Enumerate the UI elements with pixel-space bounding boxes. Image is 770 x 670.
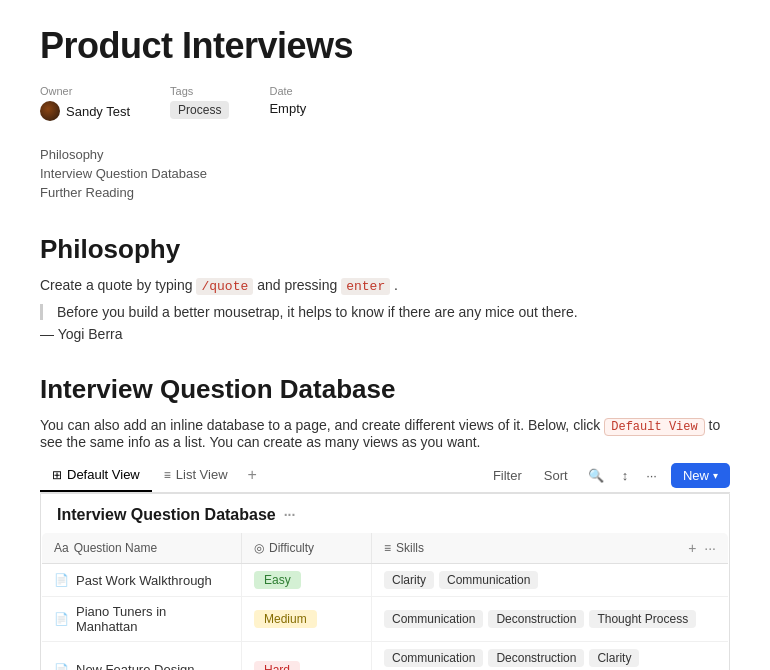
philosophy-intro: Create a quote by typing /quote and pres…	[40, 277, 730, 294]
doc-icon: 📄	[54, 663, 69, 670]
owner-name: Sandy Test	[66, 104, 130, 119]
sort-button[interactable]: Sort	[538, 464, 574, 487]
skill-tag: Deconstruction	[488, 610, 584, 628]
database-heading: Interview Question Database	[40, 374, 730, 405]
skill-tag: Communication	[384, 649, 483, 667]
table-row: 📄 Past Work Walkthrough Easy Clarity Com…	[42, 564, 729, 597]
col-header-skills: ≡ Skills + ···	[372, 533, 729, 564]
col-header-difficulty: ◎ Difficulty	[242, 533, 372, 564]
group-icon[interactable]: ↕	[618, 464, 633, 487]
row-1-name[interactable]: Past Work Walkthrough	[76, 573, 212, 588]
tags-label: Tags	[170, 85, 229, 97]
philosophy-section: Philosophy Create a quote by typing /quo…	[40, 234, 730, 342]
diff-col-label: Difficulty	[269, 541, 314, 555]
row-3-difficulty: Hard	[254, 661, 300, 670]
metadata-row: Owner Sandy Test Tags Process Date Empty	[40, 85, 730, 121]
toc-item-further[interactable]: Further Reading	[40, 183, 730, 202]
process-tag[interactable]: Process	[170, 101, 229, 119]
table-options-icon[interactable]: ···	[284, 507, 296, 523]
toc-item-database[interactable]: Interview Question Database	[40, 164, 730, 183]
owner-label: Owner	[40, 85, 130, 97]
row-2-name[interactable]: Piano Tuners in Manhattan	[76, 604, 229, 634]
new-btn-label: New	[683, 468, 709, 483]
enter-code: enter	[341, 278, 390, 295]
skill-tag: Thought Process	[589, 610, 696, 628]
skills-col-icon: ≡	[384, 541, 391, 555]
toc-item-philosophy[interactable]: Philosophy	[40, 145, 730, 164]
quote-text: Before you build a better mousetrap, it …	[57, 304, 578, 320]
row-1-difficulty-cell: Easy	[242, 564, 372, 597]
name-col-icon: Aa	[54, 541, 69, 555]
database-table: Aa Question Name ◎ Difficulty	[41, 532, 729, 670]
table-body: 📄 Past Work Walkthrough Easy Clarity Com…	[42, 564, 729, 670]
chevron-down-icon: ▾	[713, 470, 718, 481]
date-label: Date	[269, 85, 306, 97]
add-column-icon[interactable]: +	[688, 540, 696, 556]
meta-tags: Tags Process	[170, 85, 229, 119]
skills-col-label: Skills	[396, 541, 424, 555]
tab-default-label: Default View	[67, 467, 140, 482]
grid-icon: ⊞	[52, 468, 62, 482]
search-icon[interactable]: 🔍	[584, 464, 608, 487]
intro-mid: and pressing	[257, 277, 341, 293]
database-table-wrapper: Interview Question Database ··· Aa Quest…	[40, 493, 730, 670]
column-more-icon[interactable]: ···	[704, 540, 716, 556]
new-button[interactable]: New ▾	[671, 463, 730, 488]
quote-code: /quote	[196, 278, 253, 295]
owner-value: Sandy Test	[40, 101, 130, 121]
view-tabs: ⊞ Default View ≡ List View + Filter Sort…	[40, 458, 730, 493]
tab-list-label: List View	[176, 467, 228, 482]
row-3-skills-cell: Communication Deconstruction Clarity Tho…	[372, 642, 729, 670]
skill-tag: Communication	[384, 610, 483, 628]
row-1-skills-cell: Clarity Communication	[372, 564, 729, 597]
meta-date: Date Empty	[269, 85, 306, 116]
row-2-name-cell: 📄 Piano Tuners in Manhattan	[42, 597, 242, 642]
intro-pre: Create a quote by typing	[40, 277, 193, 293]
quote-author: — Yogi Berra	[40, 326, 730, 342]
row-3-name[interactable]: New Feature Design	[76, 662, 195, 670]
filter-button[interactable]: Filter	[487, 464, 528, 487]
doc-icon: 📄	[54, 573, 69, 587]
db-intro-1: You can also add an inline database to a…	[40, 417, 600, 433]
row-2-difficulty: Medium	[254, 610, 317, 628]
owner-avatar	[40, 101, 60, 121]
skill-tag: Communication	[439, 571, 538, 589]
diff-col-icon: ◎	[254, 541, 264, 555]
meta-owner: Owner Sandy Test	[40, 85, 130, 121]
date-value: Empty	[269, 101, 306, 116]
date-text: Empty	[269, 101, 306, 116]
skill-tag: Clarity	[384, 571, 434, 589]
skill-tag: Deconstruction	[488, 649, 584, 667]
tags-value: Process	[170, 101, 229, 119]
table-title: Interview Question Database	[57, 506, 276, 524]
view-actions: Filter Sort 🔍 ↕ ··· New ▾	[487, 463, 730, 488]
skill-tag: Clarity	[589, 649, 639, 667]
page-title: Product Interviews	[40, 24, 730, 67]
name-col-label: Question Name	[74, 541, 157, 555]
database-intro: You can also add an inline database to a…	[40, 417, 730, 450]
row-1-name-cell: 📄 Past Work Walkthrough	[42, 564, 242, 597]
row-3-name-cell: 📄 New Feature Design	[42, 642, 242, 670]
default-view-code[interactable]: Default View	[604, 418, 704, 436]
database-section: Interview Question Database You can also…	[40, 374, 730, 670]
doc-icon: 📄	[54, 612, 69, 626]
table-of-contents: Philosophy Interview Question Database F…	[40, 145, 730, 202]
more-icon[interactable]: ···	[642, 464, 661, 487]
list-icon: ≡	[164, 468, 171, 482]
row-2-skills-cell: Communication Deconstruction Thought Pro…	[372, 597, 729, 642]
blockquote: Before you build a better mousetrap, it …	[40, 304, 730, 320]
philosophy-heading: Philosophy	[40, 234, 730, 265]
tab-list-view[interactable]: ≡ List View	[152, 459, 240, 492]
row-2-difficulty-cell: Medium	[242, 597, 372, 642]
tab-default-view[interactable]: ⊞ Default View	[40, 459, 152, 492]
page-container: Product Interviews Owner Sandy Test Tags…	[0, 0, 770, 670]
table-header-row: Aa Question Name ◎ Difficulty	[42, 533, 729, 564]
row-1-difficulty: Easy	[254, 571, 301, 589]
intro-end: .	[394, 277, 398, 293]
add-view-button[interactable]: +	[240, 458, 265, 492]
col-header-name: Aa Question Name	[42, 533, 242, 564]
row-3-difficulty-cell: Hard	[242, 642, 372, 670]
table-row: 📄 New Feature Design Hard Communication …	[42, 642, 729, 670]
table-row: 📄 Piano Tuners in Manhattan Medium Commu…	[42, 597, 729, 642]
table-title-row: Interview Question Database ···	[41, 494, 729, 532]
